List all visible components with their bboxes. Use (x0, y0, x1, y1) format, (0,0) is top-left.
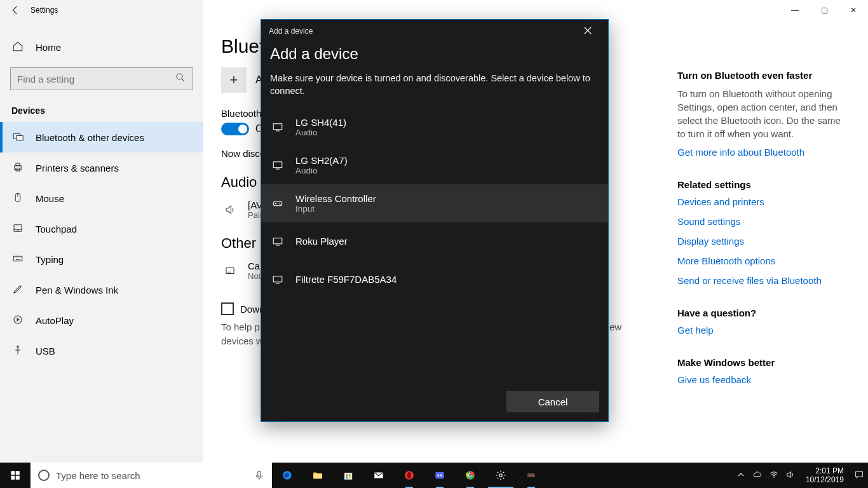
svg-point-56 (773, 477, 775, 478)
folder-icon (312, 470, 323, 481)
titlebar: Settings — ▢ ✕ (0, 0, 868, 20)
taskbar-search[interactable]: Type here to search (31, 463, 247, 488)
dialog-titlebar: Add a device (261, 20, 608, 43)
taskbar-app-mail[interactable] (363, 463, 394, 488)
svg-point-18 (227, 272, 229, 273)
related-link-send-receive[interactable]: Send or receive files via Bluetooth (677, 275, 843, 286)
sidebar-item-label: Bluetooth & other devices (36, 132, 144, 143)
better-heading: Make Windows better (677, 357, 843, 368)
svg-rect-37 (258, 471, 261, 477)
svg-rect-20 (273, 123, 282, 129)
tray-chevron[interactable] (736, 470, 746, 482)
close-button[interactable]: ✕ (839, 0, 868, 20)
feedback-link[interactable]: Give us feedback (677, 374, 843, 385)
mouse-icon (11, 192, 24, 205)
taskbar-mic[interactable] (247, 463, 272, 488)
svg-rect-42 (349, 475, 351, 477)
svg-rect-29 (273, 238, 282, 243)
monitor-icon (270, 159, 285, 171)
find-setting-search[interactable] (10, 67, 193, 90)
window-title: Settings (31, 6, 58, 15)
windows-logo-icon (10, 470, 21, 481)
edge-icon (281, 470, 293, 481)
taskbar-app-game[interactable] (516, 463, 546, 488)
taskbar-app-edge[interactable] (272, 463, 302, 488)
sidebar-item-typing[interactable]: Typing (0, 244, 203, 274)
taskbar-app-settings[interactable] (485, 463, 516, 488)
device-name: Filtrete F59F7DAB5A34 (295, 274, 397, 285)
bluetooth-toggle[interactable] (221, 123, 249, 135)
svg-rect-2 (17, 135, 24, 140)
discovered-device[interactable]: Roku Player (261, 222, 608, 261)
maximize-button[interactable]: ▢ (810, 0, 839, 20)
taskbar-app-chrome[interactable] (455, 463, 485, 488)
dialog-close-button[interactable] (575, 25, 600, 38)
tray-wifi[interactable] (769, 470, 779, 482)
faster-link[interactable]: Get more info about Bluetooth (677, 147, 843, 158)
discovered-device[interactable]: Wireless ControllerInput (261, 184, 608, 222)
sidebar-item-mouse[interactable]: Mouse (0, 183, 203, 214)
mail-icon (373, 470, 384, 481)
back-button[interactable] (0, 0, 31, 20)
volume-icon (785, 470, 796, 480)
svg-rect-41 (346, 475, 348, 477)
svg-rect-57 (856, 471, 863, 477)
taskbar-apps (272, 463, 546, 488)
related-link-sound[interactable]: Sound settings (677, 216, 843, 227)
cancel-button[interactable]: Cancel (506, 391, 599, 412)
taskbar-app-explorer[interactable] (302, 463, 333, 488)
home-nav[interactable]: Home (0, 33, 203, 61)
speaker-icon (221, 201, 239, 219)
sidebar-item-label: Typing (36, 254, 64, 265)
minimize-button[interactable]: — (780, 0, 810, 20)
dialog-heading: Add a device (270, 45, 599, 63)
tray-volume[interactable] (785, 470, 796, 482)
sidebar-item-touchpad[interactable]: Touchpad (0, 214, 203, 244)
metered-checkbox[interactable] (221, 302, 234, 315)
svg-rect-31 (273, 276, 282, 281)
pen-icon (11, 283, 24, 297)
device-type: Input (295, 204, 376, 214)
device-name: Wireless Controller (295, 193, 376, 204)
related-link-more-bt[interactable]: More Bluetooth options (677, 255, 843, 266)
device-name: LG SH2(A7) (295, 155, 348, 166)
sidebar-item-bluetooth[interactable]: Bluetooth & other devices (0, 122, 203, 152)
search-icon (175, 72, 186, 86)
store-icon (342, 470, 354, 481)
find-setting-input[interactable] (17, 74, 175, 85)
tray-date: 10/12/2019 (806, 475, 844, 484)
svg-rect-55 (527, 473, 535, 477)
start-button[interactable] (0, 463, 31, 488)
svg-rect-44 (349, 477, 351, 478)
related-link-display[interactable]: Display settings (677, 236, 843, 247)
sidebar-item-autoplay[interactable]: AutoPlay (0, 305, 203, 336)
add-device-button[interactable]: + (221, 67, 247, 93)
monitor-icon (270, 121, 285, 133)
device-icon (221, 262, 239, 280)
monitor-icon (270, 274, 285, 285)
sidebar-item-usb[interactable]: USB (0, 336, 203, 366)
device-type: Audio (295, 166, 348, 175)
discovered-device[interactable]: LG SH4(41)Audio (261, 108, 608, 146)
discovered-device[interactable]: Filtrete F59F7DAB5A34 (261, 261, 608, 299)
notification-icon (854, 470, 864, 480)
tray-clock[interactable]: 2:01 PM 10/12/2019 (802, 466, 848, 485)
tray-onedrive[interactable] (752, 470, 763, 482)
taskbar-app-opera[interactable] (394, 463, 424, 488)
get-help-link[interactable]: Get help (677, 325, 843, 336)
svg-rect-39 (313, 474, 322, 479)
discovered-device[interactable]: LG SH2(A7)Audio (261, 146, 608, 184)
svg-rect-48 (435, 472, 444, 479)
svg-point-0 (177, 74, 182, 79)
sidebar-item-pen[interactable]: Pen & Windows Ink (0, 274, 203, 305)
sidebar-item-label: AutoPlay (36, 315, 74, 326)
tray-notifications[interactable] (854, 470, 864, 482)
touchpad-icon (11, 222, 24, 236)
svg-rect-43 (346, 477, 348, 478)
taskbar-app-store[interactable] (333, 463, 363, 488)
monitor-icon (270, 236, 285, 247)
sidebar-item-printers[interactable]: Printers & scanners (0, 152, 203, 183)
taskbar-app-discord[interactable] (424, 463, 455, 488)
related-link-devices-printers[interactable]: Devices and printers (677, 196, 843, 207)
autoplay-icon (11, 314, 24, 327)
